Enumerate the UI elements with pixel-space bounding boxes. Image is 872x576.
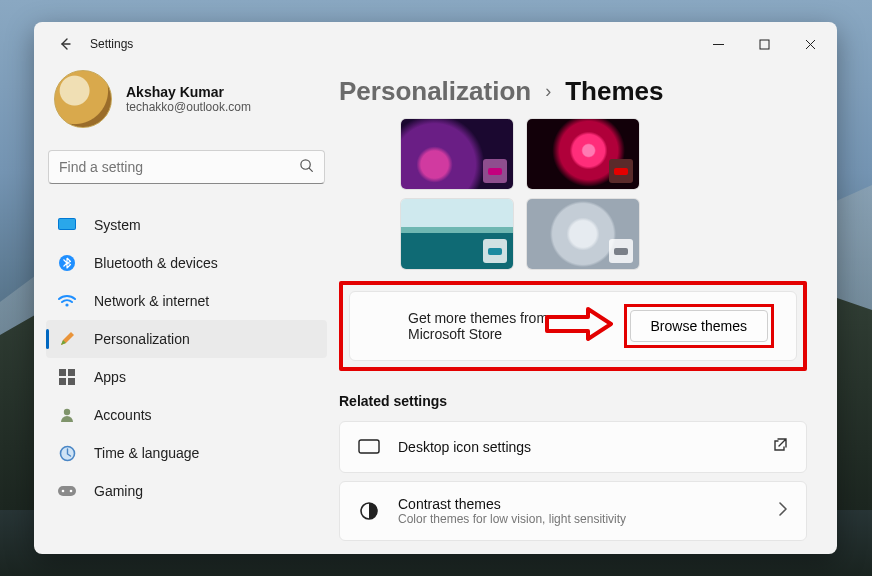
maximize-button[interactable] (741, 27, 787, 61)
sidebar-item-network[interactable]: Network & internet (46, 282, 327, 320)
settings-window: Settings Akshay Kumar techakko@outlook.c… (34, 22, 837, 554)
clock-globe-icon (58, 444, 76, 462)
theme-thumbnail[interactable] (527, 199, 639, 269)
sidebar-item-gaming[interactable]: Gaming (46, 472, 327, 510)
setting-subtitle: Color themes for low vision, light sensi… (398, 512, 760, 526)
profile-name: Akshay Kumar (126, 84, 251, 100)
person-icon (58, 406, 76, 424)
svg-point-1 (301, 159, 310, 168)
sidebar-item-label: Accounts (94, 407, 152, 423)
wifi-icon (58, 292, 76, 310)
chevron-right-icon: › (545, 81, 551, 102)
desktop-icon (358, 436, 380, 458)
minimize-button[interactable] (695, 27, 741, 61)
display-icon (58, 216, 76, 234)
paintbrush-icon (58, 330, 76, 348)
search-input[interactable] (59, 159, 299, 175)
close-icon (805, 39, 816, 50)
theme-thumbnails-row-2 (401, 199, 807, 269)
related-settings-title: Related settings (339, 393, 807, 409)
svg-rect-15 (359, 440, 379, 453)
chevron-right-icon (778, 502, 788, 520)
svg-rect-12 (58, 486, 76, 496)
gamepad-icon (58, 482, 76, 500)
avatar (54, 70, 112, 128)
svg-rect-0 (760, 40, 769, 49)
open-external-icon (772, 437, 788, 457)
breadcrumb-parent[interactable]: Personalization (339, 76, 531, 107)
svg-rect-6 (59, 369, 66, 376)
sidebar-item-label: Time & language (94, 445, 199, 461)
back-button[interactable] (48, 27, 82, 61)
main-content: Personalization › Themes (339, 66, 837, 554)
breadcrumb-current: Themes (565, 76, 663, 107)
sidebar-item-label: Bluetooth & devices (94, 255, 218, 271)
contrast-icon (358, 500, 380, 522)
sidebar: Akshay Kumar techakko@outlook.com System… (34, 66, 339, 554)
sidebar-item-label: Network & internet (94, 293, 209, 309)
svg-rect-8 (59, 378, 66, 385)
browse-themes-text: Get more themes from Microsoft Store (408, 310, 588, 342)
svg-point-13 (62, 490, 65, 493)
svg-point-14 (70, 490, 73, 493)
search-field[interactable] (48, 150, 325, 184)
sidebar-item-bluetooth[interactable]: Bluetooth & devices (46, 244, 327, 282)
desktop-icon-settings-row[interactable]: Desktop icon settings (339, 421, 807, 473)
sidebar-item-apps[interactable]: Apps (46, 358, 327, 396)
bluetooth-icon (58, 254, 76, 272)
profile-email: techakko@outlook.com (126, 100, 251, 114)
theme-thumbnails-row-1 (401, 119, 807, 189)
breadcrumb: Personalization › Themes (339, 66, 807, 119)
nav-list: System Bluetooth & devices Network & int… (46, 206, 327, 554)
search-icon (299, 158, 314, 177)
theme-accent-chip (609, 239, 633, 263)
sidebar-item-time[interactable]: Time & language (46, 434, 327, 472)
theme-thumbnail[interactable] (401, 119, 513, 189)
sidebar-item-label: Apps (94, 369, 126, 385)
sidebar-item-label: Personalization (94, 331, 190, 347)
window-title: Settings (90, 37, 133, 51)
profile-block[interactable]: Akshay Kumar techakko@outlook.com (46, 66, 327, 146)
setting-title: Desktop icon settings (398, 439, 754, 455)
sidebar-item-label: Gaming (94, 483, 143, 499)
maximize-icon (759, 39, 770, 50)
sidebar-item-system[interactable]: System (46, 206, 327, 244)
arrow-left-icon (57, 36, 73, 52)
browse-button-highlight: Browse themes (624, 304, 774, 348)
sidebar-item-label: System (94, 217, 141, 233)
sidebar-item-accounts[interactable]: Accounts (46, 396, 327, 434)
theme-accent-chip (609, 159, 633, 183)
theme-thumbnail[interactable] (401, 199, 513, 269)
theme-accent-chip (483, 159, 507, 183)
sidebar-item-personalization[interactable]: Personalization (46, 320, 327, 358)
theme-thumbnail[interactable] (527, 119, 639, 189)
browse-themes-button[interactable]: Browse themes (630, 310, 768, 342)
close-button[interactable] (787, 27, 833, 61)
svg-rect-9 (68, 378, 75, 385)
browse-themes-row: Get more themes from Microsoft Store Bro… (349, 291, 797, 361)
browse-themes-highlight: Get more themes from Microsoft Store Bro… (339, 281, 807, 371)
setting-title: Contrast themes (398, 496, 760, 512)
svg-point-10 (64, 409, 70, 415)
contrast-themes-row[interactable]: Contrast themes Color themes for low vis… (339, 481, 807, 541)
titlebar: Settings (34, 22, 837, 66)
theme-accent-chip (483, 239, 507, 263)
svg-point-5 (65, 303, 68, 306)
apps-icon (58, 368, 76, 386)
svg-rect-7 (68, 369, 75, 376)
minimize-icon (713, 39, 724, 50)
svg-rect-3 (59, 219, 75, 229)
